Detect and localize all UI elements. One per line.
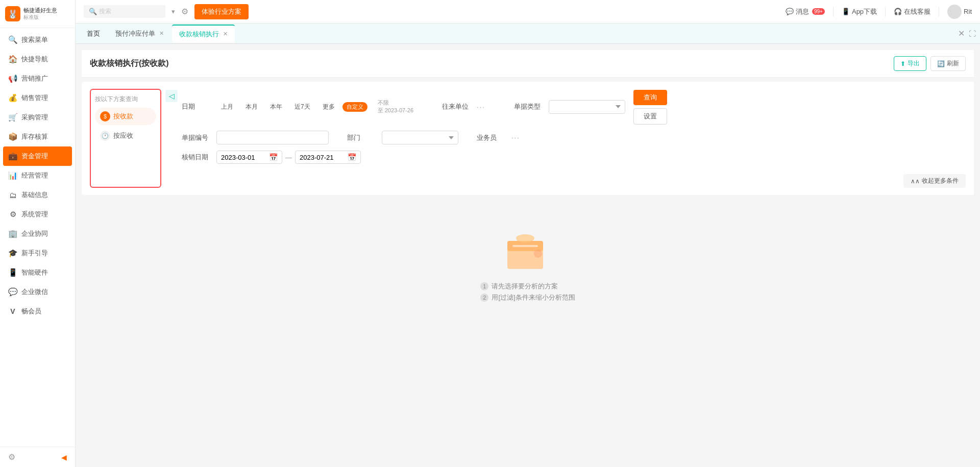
svg-rect-2 [512, 245, 538, 247]
empty-hints: 请先选择要分析的方案 用[过滤]条件来缩小分析范围 [480, 282, 575, 304]
query-option-by-receivable[interactable]: 🕐 按应收 [95, 127, 156, 144]
sidebar-item-basics[interactable]: 🗂 基础信息 [0, 185, 75, 205]
sidebar-item-label: 智能硬件 [21, 268, 48, 277]
verify-date-end-wrap: 📅 [295, 151, 361, 164]
online-service-button[interactable]: 🎧 在线客服 [894, 7, 930, 16]
search-icon: 🔍 [8, 35, 17, 44]
export-icon: ⬆ [900, 60, 905, 67]
sidebar-item-guide[interactable]: 🎓 新手引导 [0, 243, 75, 263]
sidebar-item-search[interactable]: 🔍 搜索菜单 [0, 30, 75, 50]
refresh-button[interactable]: 🔄 刷新 [930, 56, 966, 71]
date-last-month[interactable]: 上月 [216, 101, 238, 113]
notification-button[interactable]: 💬 消息 99+ [786, 7, 825, 16]
date-this-month[interactable]: 本月 [241, 101, 262, 113]
empty-hint-1: 请先选择要分析的方案 [480, 282, 575, 291]
sidebar-menu: 🔍 搜索菜单 🏠 快捷导航 📢 营销推广 💰 销售管理 🛒 采购管理 📦 库存核… [0, 28, 75, 447]
empty-illustration [497, 226, 558, 277]
tab-home[interactable]: 首页 [80, 24, 107, 43]
app-download-button[interactable]: 📱 App下载 [842, 7, 877, 16]
settings-button[interactable]: 设置 [633, 108, 667, 125]
export-button[interactable]: ⬆ 导出 [894, 56, 926, 71]
logo-icon: 🐰 [5, 6, 20, 21]
app-download-label: App下载 [852, 7, 877, 16]
receipt-icon: $ [100, 111, 110, 121]
online-service-label: 在线客服 [904, 7, 930, 16]
date-custom-tag[interactable]: 自定义 [342, 102, 368, 112]
voucher-type-select[interactable] [549, 100, 625, 114]
tab-collection-close[interactable]: ✕ [223, 31, 228, 37]
purchase-icon: 🛒 [8, 113, 17, 122]
date-7days[interactable]: 近7天 [290, 101, 315, 113]
sidebar-item-wechat[interactable]: 💬 企业微信 [0, 282, 75, 302]
empty-hint-2: 用[过滤]条件来缩小分析范围 [480, 293, 575, 302]
collapse-more-area: ∧∧ 收起更多条件 [182, 170, 966, 188]
topbar-dropdown-icon[interactable]: ▾ [172, 8, 175, 15]
date-this-year[interactable]: 本年 [265, 101, 287, 113]
sidebar-item-sales[interactable]: 💰 销售管理 [0, 88, 75, 108]
guide-icon: 🎓 [8, 249, 17, 258]
sidebar-item-label: 企业协同 [21, 229, 48, 238]
avatar [947, 5, 962, 19]
sidebar-item-vip[interactable]: V 畅会员 [0, 302, 75, 321]
user-name: Rit [964, 8, 972, 15]
collapse-more-button[interactable]: ∧∧ 收起更多条件 [903, 174, 966, 188]
counterpart-input[interactable]: ··· [477, 103, 485, 111]
tab-prepay[interactable]: 预付冲应付单 ✕ [108, 24, 171, 43]
voucher-type-label: 单据类型 [514, 102, 541, 111]
vip-icon: V [8, 307, 17, 315]
empty-state: 请先选择要分析的方案 用[过滤]条件来缩小分析范围 [82, 226, 974, 304]
voucher-no-input[interactable] [216, 131, 329, 144]
tab-collection[interactable]: 收款核销执行 ✕ [172, 24, 235, 43]
verify-date-end-input[interactable] [300, 154, 346, 161]
content-area: 收款核销执行(按收款) ⬆ 导出 🔄 刷新 按以下方案查询 $ [76, 44, 980, 467]
filter-right: 日期 上月 本月 本年 近7天 更多 自定义 不限 至 2023-07-26 往… [182, 89, 966, 188]
topbar-right: 💬 消息 99+ 📱 App下载 🎧 在线客服 Rit [786, 5, 972, 19]
sidebar-item-purchase[interactable]: 🛒 采购管理 [0, 108, 75, 127]
sidebar-item-marketing[interactable]: 📢 营销推广 [0, 69, 75, 88]
tab-home-label: 首页 [87, 29, 100, 38]
page-actions: ⬆ 导出 🔄 刷新 [894, 56, 966, 71]
sidebar-item-label: 营销推广 [21, 74, 48, 83]
operations-icon: 📊 [8, 171, 17, 180]
sidebar-item-label: 采购管理 [21, 113, 48, 122]
filter-collapse-button[interactable]: ◁ [165, 90, 178, 102]
staff-input[interactable]: ··· [511, 134, 520, 141]
verify-date-start-input[interactable] [221, 154, 267, 161]
filter-row-1: 日期 上月 本月 本年 近7天 更多 自定义 不限 至 2023-07-26 往… [182, 89, 966, 125]
tab-close-icon[interactable]: ✕ [958, 29, 965, 38]
topbar-search-icon: 🔍 [89, 8, 97, 15]
tab-expand-icon[interactable]: ⛶ [969, 30, 976, 38]
tab-prepay-close[interactable]: ✕ [159, 30, 164, 37]
sidebar-item-label: 新手引导 [21, 249, 48, 258]
sidebar-collapse-icon[interactable]: ◀ [61, 453, 67, 461]
topbar-search-box[interactable]: 🔍 搜索 [84, 5, 165, 18]
tabbar: 首页 预付冲应付单 ✕ 收款核销执行 ✕ ✕ ⛶ [76, 23, 980, 44]
date-more[interactable]: 更多 [318, 101, 339, 113]
sidebar-item-finance[interactable]: 💼 资金管理 [3, 146, 72, 166]
tabbar-actions: ✕ ⛶ [958, 29, 976, 38]
sidebar-item-operations[interactable]: 📊 经营管理 [0, 166, 75, 185]
voucher-no-label: 单据编号 [182, 133, 208, 142]
query-button[interactable]: 查询 [633, 90, 667, 105]
date-no-limit-info: 不限 至 2023-07-26 [378, 99, 413, 114]
industry-solution-button[interactable]: 体验行业方案 [194, 4, 249, 19]
svg-point-3 [516, 234, 534, 242]
sidebar-item-quick-nav[interactable]: 🏠 快捷导航 [0, 50, 75, 69]
query-option-by-receipt[interactable]: $ 按收款 [95, 108, 156, 125]
department-select[interactable] [382, 131, 458, 144]
calendar-end-icon[interactable]: 📅 [348, 153, 356, 161]
sidebar-item-enterprise[interactable]: 🏢 企业协同 [0, 224, 75, 243]
user-avatar-button[interactable]: Rit [947, 5, 972, 19]
query-panel-title: 按以下方案查询 [95, 95, 156, 104]
filter-row-2: 单据编号 部门 业务员 ··· [182, 131, 966, 144]
sidebar-item-label: 畅会员 [21, 307, 41, 316]
sidebar-settings-icon[interactable]: ⚙ [8, 452, 15, 462]
calendar-start-icon[interactable]: 📅 [269, 153, 278, 161]
sidebar-item-smart-hw[interactable]: 📱 智能硬件 [0, 263, 75, 282]
filter-row-3: 核销日期 📅 — 📅 [182, 151, 966, 164]
sidebar-item-system[interactable]: ⚙ 系统管理 [0, 205, 75, 224]
divider3 [939, 7, 939, 17]
sidebar-item-inventory[interactable]: 📦 库存核算 [0, 127, 75, 146]
topbar-gear-icon[interactable]: ⚙ [181, 7, 188, 16]
system-icon: ⚙ [8, 210, 17, 219]
